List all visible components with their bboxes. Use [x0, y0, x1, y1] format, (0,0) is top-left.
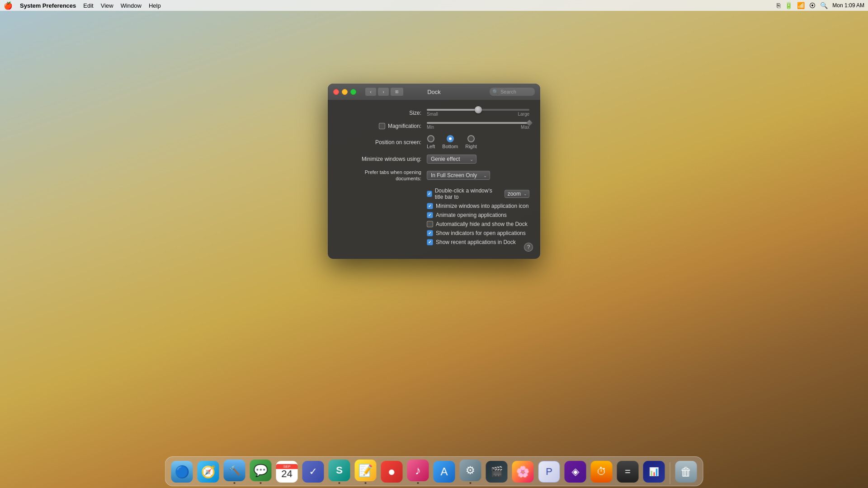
window-menu[interactable]: Window — [121, 2, 142, 9]
magnification-checkbox-area: Magnification: — [339, 123, 427, 129]
search-icon[interactable]: 🔍 — [820, 2, 828, 9]
menubar-left: 🍎 System Preferences Edit View Window He… — [4, 1, 161, 10]
dock-item-appstore[interactable]: A — [432, 460, 457, 484]
mag-slider-track[interactable] — [427, 122, 529, 124]
battery-icon: 🔋 — [785, 2, 793, 9]
dock-item-calculator[interactable]: = — [616, 460, 640, 484]
minimize-dropdown[interactable]: Genie effect — [427, 155, 476, 164]
menubar-right: ⎘ 🔋 📶 ⦿ 🔍 Mon 1:09 AM — [777, 2, 864, 9]
position-left-radio[interactable] — [427, 135, 434, 142]
show-recent-checkbox[interactable] — [427, 239, 433, 245]
minimize-label: Minimize windows using: — [339, 156, 427, 162]
zoom-dropdown[interactable]: zoom — [505, 190, 529, 198]
position-right-option[interactable]: Right — [465, 135, 477, 149]
show-indicators-row: Show indicators for open applications — [427, 230, 529, 236]
auto-hide-row: Automatically hide and show the Dock — [427, 221, 529, 227]
dock-item-affinity[interactable]: ◈ — [563, 460, 588, 484]
dock-item-timing[interactable]: ⏱ — [590, 460, 614, 484]
size-slider-container: Small Large — [427, 109, 529, 117]
search-placeholder: Search — [500, 89, 516, 94]
position-right-label: Right — [465, 144, 477, 149]
dock-item-sublime[interactable]: S — [327, 460, 352, 484]
dock-item-pastebot[interactable]: P — [537, 460, 561, 484]
forward-button[interactable]: › — [378, 88, 389, 96]
dock-item-finder[interactable]: 🔵 — [170, 460, 194, 484]
photos-icon: 🌸 — [512, 461, 534, 483]
position-bottom-option[interactable]: Bottom — [442, 135, 458, 149]
help-button[interactable]: ? — [524, 243, 533, 252]
dock-preferences-window: ‹ › ⊞ Dock 🔍 Search Size: — [328, 84, 540, 259]
dock-item-sysprefs[interactable]: ⚙ — [458, 460, 483, 484]
prefer-tabs-dropdown[interactable]: In Full Screen Only — [427, 171, 490, 180]
appstore-icon: A — [434, 461, 455, 483]
dock-item-tasks[interactable]: ✓ — [301, 460, 326, 484]
istat-icon: 📊 — [643, 461, 665, 483]
view-menu[interactable]: View — [101, 2, 113, 9]
double-click-checkbox[interactable] — [427, 191, 432, 197]
mag-slider-container: Min Max — [427, 122, 529, 130]
dock-item-claquette[interactable]: 🎬 — [485, 460, 509, 484]
back-button[interactable]: ‹ — [365, 88, 376, 96]
show-indicators-checkbox[interactable] — [427, 230, 433, 236]
show-indicators-label: Show indicators for open applications — [436, 230, 526, 236]
minimize-value: Genie effect — [431, 156, 460, 162]
clock: Mon 1:09 AM — [832, 2, 864, 9]
search-box[interactable]: 🔍 Search — [490, 88, 535, 96]
position-bottom-label: Bottom — [442, 144, 458, 149]
menubar: 🍎 System Preferences Edit View Window He… — [0, 0, 868, 11]
dock-item-photos[interactable]: 🌸 — [511, 460, 535, 484]
finder-icon: 🔵 — [171, 461, 193, 483]
minimize-app-icon-checkbox[interactable] — [427, 203, 433, 209]
mag-slider-fill — [427, 122, 529, 124]
dock-item-trash[interactable]: 🗑 — [674, 460, 698, 484]
safari-icon: 🧭 — [198, 461, 219, 483]
position-right-radio[interactable] — [467, 135, 475, 142]
dock-item-xcode[interactable]: 🔨 — [222, 460, 247, 484]
help-menu[interactable]: Help — [149, 2, 161, 9]
size-slider-fill — [427, 109, 478, 111]
apple-menu[interactable]: 🍎 — [4, 1, 13, 10]
position-bottom-radio[interactable] — [447, 135, 454, 142]
dock-item-calendar[interactable]: SEP 24 — [275, 460, 299, 484]
size-max-label: Large — [518, 112, 529, 117]
magnification-label: Magnification: — [388, 123, 421, 129]
position-left-label: Left — [427, 144, 435, 149]
size-slider-thumb[interactable] — [475, 106, 482, 113]
dock-dot-sublime — [339, 482, 340, 484]
dock-item-stickies[interactable]: 📝 — [354, 460, 378, 484]
window-titlebar: ‹ › ⊞ Dock 🔍 Search — [328, 84, 540, 100]
dock-item-istat[interactable]: 📊 — [642, 460, 666, 484]
dock-item-safari[interactable]: 🧭 — [196, 460, 221, 484]
claquette-icon: 🎬 — [486, 461, 508, 483]
traffic-lights — [333, 89, 356, 95]
reeder-icon: ● — [381, 461, 403, 483]
auto-hide-checkbox[interactable] — [427, 221, 433, 227]
animate-opening-checkbox[interactable] — [427, 212, 433, 218]
music-icon: ♪ — [407, 460, 429, 481]
size-slider-track[interactable] — [427, 109, 529, 111]
size-label: Size: — [339, 110, 427, 116]
bluetooth-icon: ⦿ — [809, 2, 816, 9]
dock-item-reeder[interactable]: ● — [380, 460, 404, 484]
edit-menu[interactable]: Edit — [83, 2, 93, 9]
position-label: Position on screen: — [339, 139, 427, 145]
minimize-app-icon-row: Minimize windows into application icon — [427, 203, 529, 209]
position-left-option[interactable]: Left — [427, 135, 435, 149]
dock-item-messages[interactable]: 💬 — [249, 460, 273, 484]
dock-dot-sysprefs — [470, 482, 472, 484]
app-name-menu[interactable]: System Preferences — [20, 2, 76, 9]
dock: 🔵 🧭 🔨 💬 SEP 24 ✓ S 📝 — [165, 456, 703, 486]
auto-hide-label: Automatically hide and show the Dock — [436, 221, 528, 227]
magnification-checkbox[interactable] — [379, 123, 385, 129]
double-click-label: Double-click a window's title bar to — [435, 188, 502, 200]
dock-dot-messages — [260, 482, 262, 484]
close-button[interactable] — [333, 89, 339, 95]
grid-view-button[interactable]: ⊞ — [391, 88, 403, 96]
wifi-icon[interactable]: 📶 — [797, 2, 805, 9]
minimize-button[interactable] — [342, 89, 348, 95]
size-min-label: Small — [427, 112, 438, 117]
dock-item-music[interactable]: ♪ — [406, 460, 430, 484]
magnification-row: Magnification: Min Max — [339, 122, 529, 130]
maximize-button[interactable] — [350, 89, 356, 95]
desktop: 🍎 System Preferences Edit View Window He… — [0, 0, 868, 488]
